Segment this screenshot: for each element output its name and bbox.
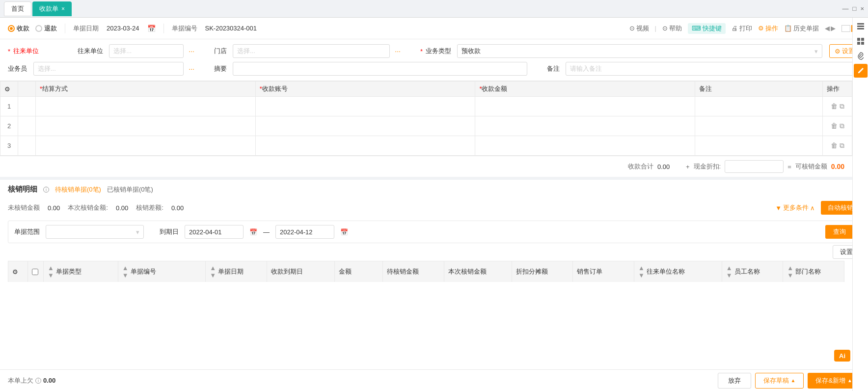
remark-input[interactable]: 请输入备注	[566, 62, 860, 76]
sidebar-attachment-icon[interactable]	[854, 49, 868, 63]
settings-row: 设置	[8, 245, 860, 259]
row-2-delete-icon[interactable]: 🗑	[831, 122, 838, 130]
sidebar-edit-icon[interactable]	[854, 64, 868, 78]
bth-checkbox[interactable]	[28, 261, 44, 282]
row-2-amount[interactable]	[475, 116, 695, 136]
verify-toolbar-right: ▼ 更多条件 ∧ 自动核销	[775, 201, 860, 215]
col-settings-header[interactable]: ⚙	[0, 82, 18, 97]
tab-receipt[interactable]: 收款单 ×	[32, 1, 72, 16]
select-all-checkbox[interactable]	[32, 269, 38, 275]
radio-refund-dot	[35, 25, 42, 32]
row-3-payment[interactable]	[36, 136, 256, 156]
radio-receipt-label: 收款	[17, 24, 29, 33]
row-2-remark[interactable]	[695, 116, 823, 136]
bth-sales-order: 销售订单	[573, 261, 634, 282]
prev-info-icon[interactable]: i	[35, 378, 41, 384]
form-row-2: 业务员 选择... ··· 摘要 备注 请输入备注	[8, 62, 860, 76]
window-close-btn[interactable]: ×	[860, 5, 864, 12]
diff-value: 0.00	[171, 204, 184, 212]
row-3-account[interactable]	[255, 136, 475, 156]
row-1-copy-icon[interactable]: ⧉	[840, 102, 844, 111]
video-label: 视频	[636, 24, 649, 33]
shortcut-icon: ⌨	[692, 25, 701, 32]
date-to-input[interactable]	[275, 225, 334, 239]
shop-more-btn[interactable]: ···	[395, 47, 401, 55]
range-select[interactable]: ▾	[46, 225, 144, 239]
window-minimize-btn[interactable]: —	[842, 5, 849, 12]
date-to-icon[interactable]: 📅	[340, 228, 348, 236]
bth-sales-label: 销售订单	[577, 267, 602, 276]
print-btn[interactable]: 🖨 打印	[732, 24, 752, 33]
date-from-icon[interactable]: 📅	[249, 228, 257, 236]
unredeemed-label: 未核销金额	[8, 203, 40, 212]
bth-due-label: 收款到期日	[271, 267, 303, 276]
help-icon: ⊙	[662, 25, 668, 32]
video-btn[interactable]: ⊙ 视频	[629, 24, 649, 33]
abandon-button[interactable]: 放弃	[718, 373, 751, 389]
radio-refund-label: 退款	[44, 24, 57, 33]
bth-partner-label: 往来单位名称	[647, 267, 685, 276]
more-conditions-btn[interactable]: ▼ 更多条件 ∧	[775, 203, 815, 212]
window-maximize-btn[interactable]: □	[853, 5, 857, 12]
partner-more-btn[interactable]: ···	[189, 47, 194, 55]
window-controls: — □ ×	[842, 5, 864, 12]
staff-input[interactable]: 选择...	[33, 62, 184, 76]
history-btn[interactable]: 📋 历史单据	[784, 24, 819, 33]
radio-refund[interactable]: 退款	[35, 24, 57, 33]
sidebar-list-icon[interactable]	[854, 34, 868, 48]
radio-receipt[interactable]: 收款	[8, 24, 29, 33]
ai-badge[interactable]: Ai	[834, 350, 850, 362]
main-table: ⚙ *结算方式 *收款账号 *收款金额 备注	[0, 81, 852, 156]
biz-type-select[interactable]: 预收款 ▾	[457, 44, 822, 58]
shortcut-btn[interactable]: ⌨ 快捷键	[688, 23, 726, 34]
more-conditions-label: 更多条件	[783, 203, 809, 212]
row-3-remark[interactable]	[695, 136, 823, 156]
row-2-payment[interactable]	[36, 116, 256, 136]
row-1-account[interactable]	[255, 97, 475, 116]
row-3-copy-icon[interactable]: ⧉	[840, 141, 844, 150]
row-num-label: 3	[7, 142, 11, 149]
row-1-delete-icon[interactable]: 🗑	[831, 102, 838, 111]
query-button[interactable]: 查询	[825, 225, 854, 239]
nav-next-icon[interactable]: ▶	[831, 25, 836, 32]
nav-prev-icon[interactable]: ◀	[825, 25, 830, 32]
sidebar-table-icon[interactable]	[854, 20, 868, 33]
row-2-account[interactable]	[255, 116, 475, 136]
row-1-amount[interactable]	[475, 97, 695, 116]
partner-input[interactable]: 选择...	[109, 44, 184, 58]
col-amount-header: *收款金额	[475, 82, 695, 97]
toolbar-divider-2	[163, 24, 164, 33]
account-label: 收款账号	[262, 85, 288, 92]
staff-field: 业务员 选择... ···	[8, 62, 194, 76]
row-1-remark[interactable]	[695, 97, 823, 116]
diff-label: 核销差额:	[136, 203, 163, 212]
prev-value: 0.00	[43, 377, 55, 384]
summary-input[interactable]	[233, 62, 527, 76]
date-from-input[interactable]	[185, 225, 244, 239]
table-footer: 收款合计 0.00 + 现金折扣: = 可核销金额 0.00	[0, 156, 852, 177]
discount-input[interactable]	[725, 160, 784, 173]
tab-home[interactable]: 首页	[4, 1, 31, 16]
bth-settings[interactable]: ⚙	[8, 261, 28, 282]
payment-label: 结算方式	[42, 85, 68, 92]
completed-tab[interactable]: 已核销单据(0笔)	[107, 185, 153, 194]
bth-staff: ▲▼ 员工名称	[722, 261, 784, 282]
help-btn[interactable]: ⊙ 帮助	[662, 24, 682, 33]
tab-receipt-close[interactable]: ×	[61, 5, 65, 12]
ops-btn[interactable]: ⚙ 操作	[758, 24, 778, 33]
form-section: 往来单位 往来单位 选择... ··· 门店 选择... ··· * 业务类型	[0, 39, 868, 81]
radio-receipt-dot	[8, 25, 15, 32]
pending-tab[interactable]: 待核销单据(0笔)	[55, 185, 101, 194]
shop-input[interactable]: 选择...	[233, 44, 390, 58]
staff-more-btn[interactable]: ···	[189, 65, 194, 73]
partner-label-text: 往来单位	[78, 47, 103, 56]
row-3-amount[interactable]	[475, 136, 695, 156]
list-view-icon[interactable]	[841, 25, 850, 32]
row-1-payment[interactable]	[36, 97, 256, 116]
row-3-delete-icon[interactable]: 🗑	[831, 141, 838, 150]
date-picker-icon[interactable]: 📅	[147, 25, 156, 32]
verify-section: 核销明细 i 待核销单据(0笔) 已核销单据(0笔) 未核销金额 0.00 本次…	[0, 177, 868, 282]
save-draft-button[interactable]: 保存草稿 ▲	[755, 373, 804, 389]
verify-info-icon[interactable]: i	[43, 187, 49, 193]
row-2-copy-icon[interactable]: ⧉	[840, 122, 844, 130]
